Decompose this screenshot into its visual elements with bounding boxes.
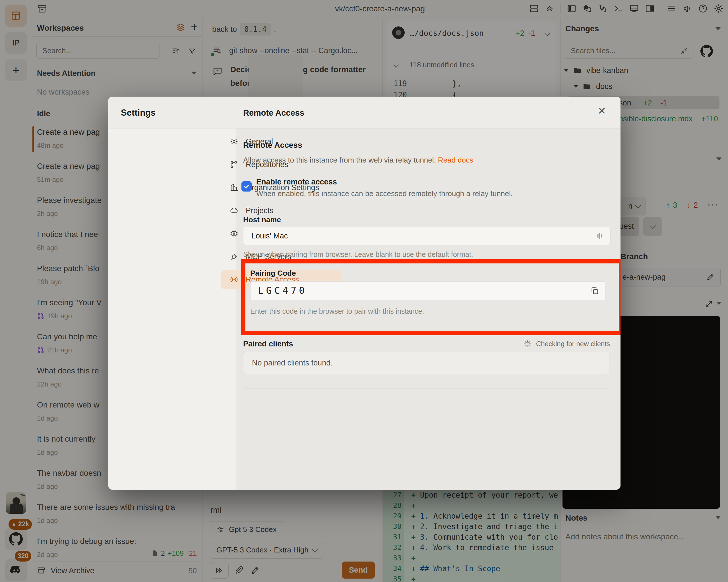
checking-clients-status: Checking for new clients (523, 340, 610, 348)
no-clients-card: No paired clients found. (243, 352, 609, 374)
host-name-label: Host name (243, 215, 281, 224)
host-name-field[interactable] (243, 227, 610, 245)
enable-remote-checkbox[interactable] (241, 181, 252, 192)
settings-title: Settings (121, 107, 156, 118)
pairing-code-label: Pairing Code (250, 269, 296, 278)
enable-remote-label[interactable]: Enable remote access (256, 177, 337, 187)
read-docs-link[interactable]: Read docs (438, 156, 473, 164)
settings-dialog: Settings Remote Access × General Reposit… (108, 96, 621, 490)
enable-remote-help: When enabled, this instance can be acces… (256, 189, 513, 198)
check-icon (243, 183, 250, 190)
nav-projects[interactable]: Projects (221, 201, 341, 220)
pairing-code-field[interactable]: LGC470 (250, 281, 606, 300)
copy-icon[interactable] (590, 286, 599, 295)
section-description: Allow access to this instance from the w… (243, 156, 473, 165)
dialog-title: Remote Access (243, 108, 304, 118)
paired-clients-label: Paired clients (243, 339, 293, 349)
pairing-code-value: LGC470 (258, 285, 307, 297)
host-name-input[interactable] (251, 231, 576, 241)
pairing-code-help: Enter this code in the browser to pair w… (250, 307, 424, 315)
spinner-icon (523, 340, 531, 348)
section-title: Remote Access (243, 140, 302, 150)
close-icon[interactable]: × (598, 103, 606, 118)
app-window: vk/ccf0-create-a-new-pag IP + (0, 0, 728, 582)
host-name-help: Shown when pairing from browser. Leave b… (243, 250, 473, 258)
input-cursor-icon (596, 231, 604, 240)
